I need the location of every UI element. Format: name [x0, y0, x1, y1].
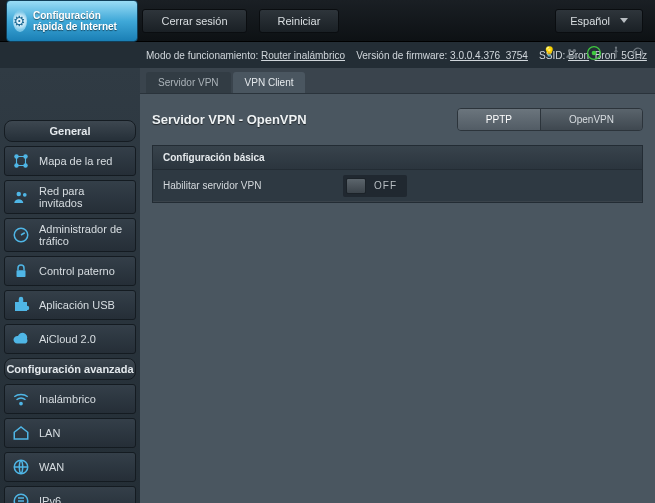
reboot-button[interactable]: Reiniciar [259, 9, 340, 33]
toggle-state: OFF [374, 180, 397, 191]
sidebar: General Mapa de la red Red para invitado… [0, 68, 140, 503]
svg-point-4 [615, 47, 617, 49]
tab-bar: Servidor VPN VPN Client [140, 68, 655, 94]
network-map-icon [11, 151, 31, 171]
nav-label: Mapa de la red [39, 155, 112, 167]
users-icon[interactable] [565, 46, 579, 60]
lock-icon [11, 261, 31, 281]
gear-icon: ⚙ [13, 10, 27, 32]
sidebar-item-traffic-manager[interactable]: Administrador de tráfico [4, 218, 136, 252]
nav-label: Administrador de tráfico [39, 223, 129, 247]
language-label: Español [570, 15, 610, 27]
sidebar-item-ipv6[interactable]: IPv6 [4, 486, 136, 503]
logout-button[interactable]: Cerrar sesión [142, 9, 246, 33]
tab-vpn-client[interactable]: VPN Client [233, 72, 306, 93]
status-icons: 💡 [543, 46, 645, 60]
operation-mode-link[interactable]: Router inalámbrico [261, 50, 345, 61]
puzzle-icon [11, 295, 31, 315]
wifi-icon [11, 389, 31, 409]
svg-point-1 [573, 49, 577, 53]
sidebar-item-aicloud[interactable]: AiCloud 2.0 [4, 324, 136, 354]
svg-point-13 [20, 402, 22, 404]
chevron-down-icon [620, 18, 628, 23]
usb-icon[interactable] [609, 46, 623, 60]
quick-internet-setup-button[interactable]: ⚙ Configuración rápida de Internet [6, 0, 138, 42]
panel-header: Configuración básica [153, 146, 642, 170]
sidebar-item-usb-app[interactable]: Aplicación USB [4, 290, 136, 320]
nav-label: LAN [39, 427, 60, 439]
info-bar: Modo de funcionamiento: Router inalámbri… [0, 42, 655, 68]
empty-area [152, 203, 643, 473]
cloud-icon [11, 329, 31, 349]
vpn-type-toggle: PPTP OpenVPN [457, 108, 643, 131]
pill-openvpn[interactable]: OpenVPN [540, 109, 642, 130]
section-advanced: Configuración avanzada [4, 358, 136, 380]
nav-label: IPv6 [39, 495, 61, 503]
main-content: Servidor VPN VPN Client Servidor VPN - O… [140, 68, 655, 503]
sidebar-item-wan[interactable]: WAN [4, 452, 136, 482]
section-general: General [4, 120, 136, 142]
qis-label: Configuración rápida de Internet [33, 10, 131, 32]
nav-label: Aplicación USB [39, 299, 115, 311]
globe-icon [11, 457, 31, 477]
network-status-icon[interactable] [587, 46, 601, 60]
enable-vpn-label: Habilitar servidor VPN [153, 180, 343, 191]
basic-config-panel: Configuración básica Habilitar servidor … [152, 145, 643, 203]
bulb-icon[interactable]: 💡 [543, 46, 557, 60]
enable-vpn-row: Habilitar servidor VPN OFF [153, 170, 642, 202]
enable-vpn-toggle[interactable]: OFF [343, 175, 407, 197]
svg-point-3 [592, 51, 597, 56]
nav-label: AiCloud 2.0 [39, 333, 96, 345]
sidebar-item-lan[interactable]: LAN [4, 418, 136, 448]
refresh-icon[interactable] [631, 46, 645, 60]
sidebar-item-parental-control[interactable]: Control paterno [4, 256, 136, 286]
nav-label: Inalámbrico [39, 393, 96, 405]
sidebar-item-network-map[interactable]: Mapa de la red [4, 146, 136, 176]
toggle-knob [346, 178, 366, 194]
traffic-icon [11, 225, 31, 245]
nav-label: Control paterno [39, 265, 115, 277]
sidebar-item-wireless[interactable]: Inalámbrico [4, 384, 136, 414]
ipv6-icon [11, 491, 31, 503]
guest-network-icon [11, 187, 31, 207]
pill-pptp[interactable]: PPTP [458, 109, 540, 130]
svg-point-10 [23, 193, 27, 197]
language-selector[interactable]: Español [555, 9, 643, 33]
sidebar-item-guest-network[interactable]: Red para invitados [4, 180, 136, 214]
home-icon [11, 423, 31, 443]
page-title: Servidor VPN - OpenVPN [152, 112, 443, 127]
firmware-version-link[interactable]: 3.0.0.4.376_3754 [450, 50, 528, 61]
nav-label: WAN [39, 461, 64, 473]
svg-rect-12 [17, 270, 26, 277]
svg-point-9 [17, 192, 22, 197]
nav-label: Red para invitados [39, 185, 129, 209]
svg-point-0 [568, 49, 572, 53]
tab-vpn-server[interactable]: Servidor VPN [146, 72, 231, 93]
